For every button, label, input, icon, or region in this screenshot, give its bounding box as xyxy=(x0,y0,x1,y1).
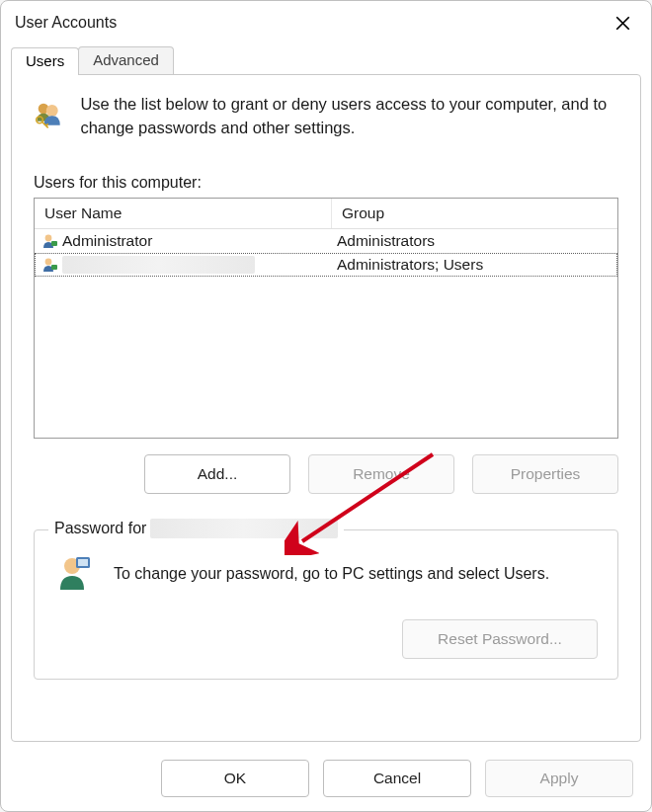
cell-group: Administrators xyxy=(337,232,435,250)
apply-button[interactable]: Apply xyxy=(485,760,633,797)
properties-button[interactable]: Properties xyxy=(472,454,618,494)
tab-advanced[interactable]: Advanced xyxy=(78,46,174,74)
listview-header: User Name Group xyxy=(35,199,617,229)
cell-username-redacted xyxy=(62,256,255,274)
user-icon xyxy=(42,257,58,273)
remove-button[interactable]: Remove xyxy=(308,454,454,494)
svg-rect-6 xyxy=(51,265,57,270)
user-accounts-window: User Accounts Users Advanced Use the lis… xyxy=(0,0,652,812)
password-legend-prefix: Password for xyxy=(54,520,146,537)
svg-point-3 xyxy=(45,234,52,241)
svg-rect-4 xyxy=(51,241,57,246)
cell-username: Administrator xyxy=(62,232,152,250)
add-button[interactable]: Add... xyxy=(144,454,290,494)
window-title: User Accounts xyxy=(15,14,117,32)
tab-strip: Users Advanced xyxy=(1,44,651,74)
user-action-buttons: Add... Remove Properties xyxy=(34,454,618,494)
cell-group: Administrators; Users xyxy=(337,256,483,274)
tab-users[interactable]: Users xyxy=(11,47,79,75)
table-row[interactable]: Administrator Administrators xyxy=(35,229,617,253)
user-icon xyxy=(42,233,58,249)
svg-point-1 xyxy=(46,105,58,117)
users-listview[interactable]: User Name Group Administrator Administra… xyxy=(34,198,618,439)
ok-button[interactable]: OK xyxy=(161,760,309,797)
intro-text: Use the list below to grant or deny user… xyxy=(80,93,618,140)
col-username[interactable]: User Name xyxy=(35,199,332,228)
col-group[interactable]: Group xyxy=(332,199,617,228)
users-list-label: Users for this computer: xyxy=(34,174,618,192)
password-text: To change your password, go to PC settin… xyxy=(114,565,549,583)
table-row[interactable]: Administrators; Users xyxy=(35,253,617,277)
titlebar: User Accounts xyxy=(1,1,651,44)
close-button[interactable] xyxy=(602,6,643,40)
password-user-icon xyxy=(54,554,94,594)
password-legend-user-redacted xyxy=(150,519,338,538)
svg-rect-9 xyxy=(78,559,88,566)
svg-point-5 xyxy=(45,258,52,265)
cancel-button[interactable]: Cancel xyxy=(323,760,471,797)
password-group: Password for To change your password, go… xyxy=(34,529,618,680)
close-icon xyxy=(615,16,630,31)
password-group-legend: Password for xyxy=(48,519,344,538)
users-keys-icon xyxy=(34,93,62,136)
users-panel: Use the list below to grant or deny user… xyxy=(11,74,641,742)
dialog-buttons: OK Cancel Apply xyxy=(161,760,633,797)
reset-password-button[interactable]: Reset Password... xyxy=(402,619,598,659)
intro-row: Use the list below to grant or deny user… xyxy=(34,93,618,140)
